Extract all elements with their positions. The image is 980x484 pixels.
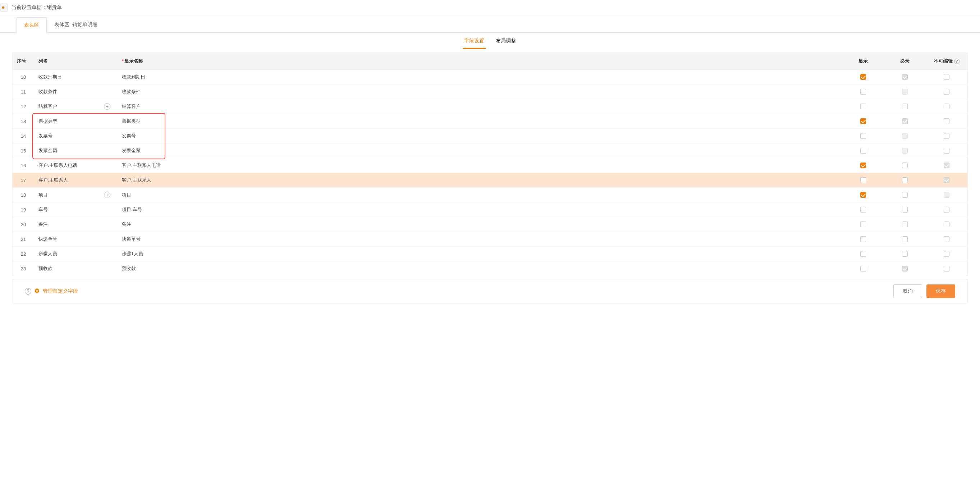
row-display-name[interactable]: 步骤1人员 <box>118 247 842 261</box>
non_editable-checkbox[interactable] <box>944 133 950 139</box>
table-row: 21快递单号快递单号 <box>13 232 967 247</box>
row-non_editable-cell <box>926 143 967 158</box>
table-row: 16客户.主联系人电话客户.主联系人电话 <box>13 158 967 173</box>
row-show-cell <box>842 99 884 114</box>
row-required-cell <box>884 114 926 129</box>
row-display-name[interactable]: 发票号 <box>118 129 842 143</box>
row-show-cell <box>842 173 884 188</box>
show-checkbox[interactable] <box>860 251 866 257</box>
row-non_editable-cell <box>926 261 967 276</box>
row-required-cell <box>884 247 926 261</box>
required-checkbox <box>902 89 908 95</box>
required-checkbox[interactable] <box>902 103 908 109</box>
non_editable-checkbox[interactable] <box>944 89 950 95</box>
non_editable-checkbox[interactable] <box>944 236 950 242</box>
question-icon[interactable]: ? <box>25 288 31 295</box>
row-col-name: 项目+ <box>34 188 118 202</box>
non_editable-checkbox[interactable] <box>944 221 950 227</box>
footer-bar: ? 管理自定义字段 取消 保存 <box>12 279 968 304</box>
row-required-cell <box>884 202 926 217</box>
non_editable-checkbox[interactable] <box>944 118 950 124</box>
required-checkbox[interactable] <box>902 177 908 183</box>
sub-tab-0[interactable]: 字段设置 <box>463 38 486 49</box>
show-checkbox[interactable] <box>860 177 866 183</box>
show-checkbox[interactable] <box>860 221 866 227</box>
row-display-name[interactable]: 项目 <box>118 188 842 202</box>
show-checkbox[interactable] <box>860 148 866 154</box>
row-show-cell <box>842 84 884 99</box>
row-show-cell <box>842 114 884 129</box>
row-display-name[interactable]: 快递单号 <box>118 232 842 247</box>
row-col-name: 发票金额 <box>34 143 118 158</box>
manage-custom-fields-link[interactable]: 管理自定义字段 <box>43 288 78 295</box>
sub-tab-1[interactable]: 布局调整 <box>494 38 517 49</box>
row-show-cell <box>842 143 884 158</box>
show-checkbox[interactable] <box>860 192 866 198</box>
save-button[interactable]: 保存 <box>926 285 955 298</box>
required-checkbox[interactable] <box>902 192 908 198</box>
row-required-cell <box>884 188 926 202</box>
required-checkbox <box>902 118 908 124</box>
non_editable-checkbox[interactable] <box>944 103 950 109</box>
show-checkbox[interactable] <box>860 162 866 168</box>
required-checkbox[interactable] <box>902 221 908 227</box>
row-display-name[interactable]: 客户.主联系人电话 <box>118 158 842 173</box>
collapse-toggle-icon[interactable] <box>0 3 8 11</box>
row-show-cell <box>842 202 884 217</box>
show-checkbox[interactable] <box>860 118 866 124</box>
row-display-name[interactable]: 客户.主联系人 <box>118 173 842 188</box>
show-checkbox[interactable] <box>860 207 866 213</box>
row-required-cell <box>884 143 926 158</box>
row-display-name[interactable]: 项目.车号 <box>118 202 842 217</box>
row-display-name[interactable]: 结算客户 <box>118 99 842 114</box>
show-checkbox[interactable] <box>860 133 866 139</box>
row-show-cell <box>842 158 884 173</box>
row-show-cell <box>842 261 884 276</box>
non_editable-checkbox[interactable] <box>944 251 950 257</box>
row-show-cell <box>842 188 884 202</box>
row-col-name: 客户.主联系人 <box>34 173 118 188</box>
non_editable-checkbox[interactable] <box>944 74 950 80</box>
table-row: 14发票号发票号 <box>13 129 967 143</box>
row-show-cell <box>842 217 884 232</box>
row-non_editable-cell <box>926 129 967 143</box>
help-icon[interactable]: ? <box>954 59 959 64</box>
row-display-name[interactable]: 票据类型 <box>118 114 842 129</box>
row-display-name[interactable]: 收款条件 <box>118 84 842 99</box>
non_editable-checkbox[interactable] <box>944 207 950 213</box>
show-checkbox[interactable] <box>860 266 866 271</box>
show-checkbox[interactable] <box>860 236 866 242</box>
add-icon[interactable]: + <box>104 103 110 110</box>
row-col-name: 车号 <box>34 202 118 217</box>
row-display-name[interactable]: 收款到期日 <box>118 70 842 84</box>
cancel-button[interactable]: 取消 <box>893 285 922 298</box>
row-non_editable-cell <box>926 247 967 261</box>
table-row: 13票据类型票据类型 <box>13 114 967 129</box>
row-col-name: 收款到期日 <box>34 70 118 84</box>
row-display-name[interactable]: 预收款 <box>118 261 842 276</box>
row-required-cell <box>884 158 926 173</box>
add-icon[interactable]: + <box>104 192 110 198</box>
required-checkbox[interactable] <box>902 207 908 213</box>
row-show-cell <box>842 129 884 143</box>
show-checkbox[interactable] <box>860 74 866 80</box>
row-display-name[interactable]: 发票金额 <box>118 143 842 158</box>
th-col-name: 列名 <box>34 53 118 70</box>
show-checkbox[interactable] <box>860 89 866 95</box>
current-doc-prefix: 当前设置单据： <box>11 4 47 10</box>
row-col-name: 票据类型 <box>34 114 118 129</box>
show-checkbox[interactable] <box>860 103 866 109</box>
row-seq: 18 <box>13 188 34 202</box>
non_editable-checkbox[interactable] <box>944 148 950 154</box>
required-checkbox[interactable] <box>902 251 908 257</box>
row-non_editable-cell <box>926 232 967 247</box>
row-display-name[interactable]: 备注 <box>118 217 842 232</box>
required-checkbox <box>902 74 908 80</box>
main-tab-0[interactable]: 表头区 <box>16 17 47 33</box>
row-seq: 20 <box>13 217 34 232</box>
required-checkbox[interactable] <box>902 236 908 242</box>
non_editable-checkbox[interactable] <box>944 266 950 271</box>
row-required-cell <box>884 217 926 232</box>
main-tab-1[interactable]: 表体区–销货单明细 <box>47 17 105 32</box>
required-checkbox[interactable] <box>902 162 908 168</box>
